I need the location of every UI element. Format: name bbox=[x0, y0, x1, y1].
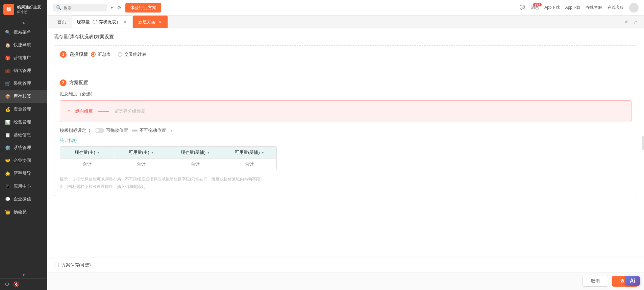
sidebar-item-inventory[interactable]: 📦 库存核算 bbox=[0, 90, 47, 103]
handshake-icon: 🤝 bbox=[5, 158, 11, 164]
online-service-text[interactable]: 在线客服 bbox=[608, 5, 624, 10]
tab-inventory-close-icon[interactable]: × bbox=[123, 20, 127, 24]
tab-inventory-label: 现存量（库存状况表） bbox=[77, 19, 121, 25]
search-chevron-icon[interactable]: ▾ bbox=[111, 5, 113, 10]
non-draggable-label: 不可拖动位置 bbox=[140, 127, 166, 134]
stats-section: 统计指标 现存量(主) ▾ 可用量(主) ▾ 现存量(基辅) bbox=[60, 138, 631, 170]
required-mark: * bbox=[68, 109, 70, 114]
content-area: 现存量(库存状况表)方案设置 1 选择模板 汇总表 交叉统计表 bbox=[47, 28, 644, 258]
app-download-link[interactable]: App下载 bbox=[544, 5, 560, 10]
search-input[interactable] bbox=[64, 5, 103, 10]
sidebar-item-newbie[interactable]: 🌟 新手引导 bbox=[0, 167, 47, 180]
star-icon: 🌟 bbox=[5, 170, 11, 176]
dimension-box[interactable]: * 纵向维度 —— 请选择分组维度 bbox=[60, 100, 631, 122]
sidebar-item-label: 畅会员 bbox=[14, 209, 27, 215]
sidebar-item-label: 系统管理 bbox=[14, 145, 31, 151]
draggable-label: 可拖动位置 bbox=[106, 127, 128, 134]
stats-col-3-chevron: ▾ bbox=[262, 150, 264, 155]
scroll-up-arrow[interactable]: ▲ bbox=[0, 19, 47, 26]
section-config: 2 方案配置 汇总维度（必选） * 纵向维度 —— 请选择分组维度 模板指标设定… bbox=[54, 74, 637, 196]
stats-cell-1: 合计 bbox=[114, 159, 168, 170]
sidebar: 畅 畅康通好生意 标准版 ▲ 🔍 搜索菜单 🏠 快捷导航 🎁 营销推广 💼 销售… bbox=[0, 0, 47, 290]
sidebar-item-member[interactable]: 👑 畅会员 bbox=[0, 206, 47, 218]
home-icon: 🏠 bbox=[5, 42, 11, 48]
stats-header-row: 现存量(主) ▾ 可用量(主) ▾ 现存量(基辅) ▾ 可用量(基辅) bbox=[60, 147, 276, 158]
user-avatar[interactable] bbox=[629, 3, 639, 13]
panel-expand-icon[interactable]: ⤢ bbox=[632, 19, 639, 25]
stats-col-3[interactable]: 可用量(基辅) ▾ bbox=[222, 147, 276, 158]
sidebar-item-management[interactable]: 📊 经营管理 bbox=[0, 116, 47, 128]
section2-number: 2 bbox=[60, 79, 67, 86]
sidebar-item-label: 经营管理 bbox=[14, 119, 31, 125]
tab-inventory[interactable]: 现存量（库存状况表） × bbox=[72, 16, 132, 28]
sidebar-item-finance[interactable]: 💰 资金管理 bbox=[0, 103, 47, 116]
draggable-indicator: 可拖动位置 bbox=[95, 127, 128, 134]
section2-title: 方案配置 bbox=[69, 80, 88, 86]
search-icon: 🔍 bbox=[5, 29, 11, 35]
dim-placeholder: 请选择分组维度 bbox=[115, 108, 145, 114]
chat-icon: 💬 bbox=[5, 196, 11, 202]
dimension-label: 汇总维度（必选） bbox=[60, 91, 631, 97]
mute-icon[interactable]: 🔇 bbox=[13, 281, 20, 287]
sidebar-item-basic[interactable]: 📋 基础信息 bbox=[0, 128, 47, 141]
stats-col-1[interactable]: 可用量(主) ▾ bbox=[114, 147, 168, 158]
message-badge[interactable]: 💬 99+ 消息 bbox=[520, 5, 539, 10]
stats-col-0[interactable]: 现存量(主) ▾ bbox=[60, 147, 114, 158]
app-download-text[interactable]: App下载 bbox=[565, 5, 580, 10]
settings-icon[interactable]: ⚙ bbox=[5, 281, 9, 287]
sidebar-nav: 🔍 搜索菜单 🏠 快捷导航 🎁 营销推广 💼 销售管理 🛒 采购管理 📦 库存核… bbox=[0, 26, 47, 272]
radio-crosstab[interactable]: 交叉统计表 bbox=[118, 51, 146, 57]
sidebar-item-label: 应用中心 bbox=[14, 183, 31, 189]
section-template: 1 选择模板 汇总表 交叉统计表 bbox=[54, 45, 637, 68]
sidebar-item-label: 企业微信 bbox=[14, 196, 31, 202]
stats-data-row: 合计 合计 合计 合计 bbox=[60, 158, 276, 170]
page-title: 现存量(库存状况表)方案设置 bbox=[54, 34, 637, 40]
gift-icon: 🎁 bbox=[5, 55, 11, 61]
tab-home[interactable]: 首页 bbox=[53, 16, 71, 28]
stats-col-0-chevron: ▾ bbox=[97, 150, 99, 155]
sidebar-item-apps[interactable]: 📱 应用中心 bbox=[0, 180, 47, 193]
save-checkbox[interactable] bbox=[54, 263, 59, 267]
dimension-label-text: 汇总维度（必选） bbox=[60, 91, 95, 96]
radio-crosstab-circle bbox=[118, 52, 122, 57]
topbar-right: 💬 99+ 消息 App下载 App下载 在线客服 在线客服 bbox=[520, 3, 639, 13]
industry-btn[interactable]: 体验行业方案 bbox=[125, 3, 161, 13]
tab-new-close-icon[interactable]: × bbox=[158, 20, 163, 24]
stats-col-2[interactable]: 现存量(基辅) ▾ bbox=[168, 147, 222, 158]
sidebar-item-marketing[interactable]: 🎁 营销推广 bbox=[0, 51, 47, 64]
stats-col-1-chevron: ▾ bbox=[151, 150, 153, 155]
sidebar-item-label: 新手引导 bbox=[14, 170, 31, 176]
sidebar-item-cooperation[interactable]: 🤝 企业协同 bbox=[0, 154, 47, 167]
online-service-link[interactable]: 在线客服 bbox=[586, 5, 602, 10]
sidebar-item-wechat[interactable]: 💬 企业微信 bbox=[0, 193, 47, 206]
logo-icon: 畅 bbox=[3, 4, 14, 15]
topbar-gear-icon[interactable]: ⚙ bbox=[117, 5, 121, 11]
search-bar[interactable]: 🔍 bbox=[53, 4, 107, 11]
tab-new[interactable]: 新建方案 × bbox=[133, 16, 168, 28]
stats-col-2-label: 现存量(基辅) bbox=[181, 149, 206, 155]
cancel-button[interactable]: 取消 bbox=[583, 276, 608, 287]
stats-label: 统计指标 bbox=[60, 138, 631, 144]
scroll-down-arrow[interactable]: ▼ bbox=[0, 272, 47, 278]
drag-toggle[interactable] bbox=[95, 128, 104, 133]
no-drag-icon bbox=[132, 129, 138, 132]
crown-icon: 👑 bbox=[5, 209, 11, 215]
radio-summary[interactable]: 汇总表 bbox=[91, 51, 111, 57]
sidebar-bottom: ⚙ 🔇 bbox=[0, 278, 47, 290]
panel-close-icon[interactable]: ✕ bbox=[623, 19, 630, 25]
resize-handle[interactable] bbox=[642, 136, 644, 150]
search-icon: 🔍 bbox=[56, 5, 61, 10]
sidebar-item-nav[interactable]: 🏠 快捷导航 bbox=[0, 39, 47, 51]
stats-col-3-label: 可用量(基辅) bbox=[235, 149, 260, 155]
sidebar-item-search[interactable]: 🔍 搜索菜单 bbox=[0, 26, 47, 39]
ai-badge[interactable]: Ai bbox=[625, 276, 640, 286]
sidebar-item-system[interactable]: ⚙️ 系统管理 bbox=[0, 141, 47, 154]
radio-crosstab-label: 交叉统计表 bbox=[124, 51, 146, 57]
stats-cell-3: 合计 bbox=[222, 159, 276, 170]
radio-summary-label: 汇总表 bbox=[98, 51, 111, 57]
phone-icon: 📱 bbox=[5, 183, 11, 189]
sidebar-item-sales[interactable]: 💼 销售管理 bbox=[0, 64, 47, 77]
sidebar-item-purchase[interactable]: 🛒 采购管理 bbox=[0, 77, 47, 90]
stats-cell-0: 合计 bbox=[60, 159, 114, 170]
app-edition: 标准版 bbox=[17, 10, 41, 15]
